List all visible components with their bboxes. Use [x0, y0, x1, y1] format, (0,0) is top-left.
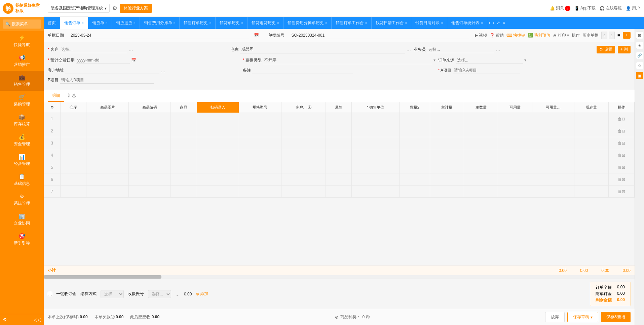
table-cell[interactable] [464, 161, 498, 173]
shortcut-button[interactable]: ⌨ 快捷键 [506, 33, 525, 38]
tab-sales-fee[interactable]: 销售费用分摊单 × [140, 17, 180, 29]
close-daily-clear-tab-icon[interactable]: × [405, 21, 407, 25]
table-cell[interactable] [430, 113, 464, 125]
table-cell[interactable] [498, 161, 532, 173]
table-cell[interactable] [574, 186, 608, 198]
tab-home[interactable]: 首页 [44, 17, 60, 29]
col-attr[interactable]: 属性 [326, 102, 352, 113]
col-settings[interactable]: ⚙ [44, 102, 61, 113]
table-cell[interactable] [281, 125, 326, 137]
table-cell[interactable] [400, 161, 430, 173]
close-sales-return-tab-icon[interactable]: × [134, 21, 136, 25]
table-cell[interactable] [128, 186, 171, 198]
delete-row-button[interactable]: 🗑 [618, 153, 622, 158]
quick-checkout-checkbox[interactable] [48, 292, 52, 296]
table-cell[interactable] [61, 125, 86, 137]
col-current[interactable]: 现存量 [574, 102, 608, 113]
table-cell[interactable] [86, 149, 129, 161]
tab-expand-button[interactable]: ⤢ [495, 21, 501, 25]
delete-row-button[interactable]: 🗑 [618, 129, 622, 133]
table-cell[interactable] [464, 113, 498, 125]
table-cell[interactable] [281, 149, 326, 161]
delete-row-button[interactable]: 🗑 [618, 177, 622, 182]
a-project-input[interactable] [453, 67, 520, 74]
table-cell[interactable] [61, 173, 86, 186]
collapse-sidebar-button[interactable]: ◁◁ [34, 317, 41, 322]
save-draft-button[interactable]: 保存草稿 ▾ [567, 312, 598, 322]
calendar-icon[interactable]: 📅 [254, 33, 259, 38]
right-scan-button[interactable]: ▣ [636, 72, 643, 79]
col-main-unit[interactable]: 主计量 [430, 102, 464, 113]
delete-row-button[interactable]: 🗑 [618, 165, 622, 170]
search-menu-button[interactable]: 🔍 搜索菜单 [3, 19, 41, 29]
table-cell[interactable] [128, 149, 171, 161]
table-cell[interactable] [61, 137, 86, 149]
online-service-button[interactable]: 🎧 在线客服 [600, 5, 622, 11]
delete-row-button[interactable]: 🗑 [618, 117, 622, 121]
delete-row-button[interactable]: 🗑 [618, 141, 622, 146]
table-cell[interactable] [352, 125, 400, 137]
history-next-button[interactable]: › [609, 32, 615, 39]
table-cell[interactable] [400, 137, 430, 149]
table-cell[interactable] [574, 113, 608, 125]
sidebar-item-purchase[interactable]: 🛒 采购管理 [0, 91, 44, 111]
col-avail2[interactable]: 可用量… [532, 102, 574, 113]
table-cell[interactable] [326, 149, 352, 161]
app-download-button[interactable]: 📱 App下载 [574, 5, 596, 11]
table-cell[interactable] [498, 137, 532, 149]
table-cell[interactable] [326, 173, 352, 186]
topbar-settings-button[interactable]: ⚙ [112, 5, 117, 11]
table-cell[interactable] [86, 137, 129, 149]
table-cell[interactable] [128, 161, 171, 173]
table-cell[interactable] [128, 137, 171, 149]
table-cell[interactable] [86, 173, 129, 186]
close-sales-invoice-tab-icon[interactable]: × [106, 21, 108, 25]
table-cell[interactable] [532, 113, 574, 125]
table-view-button[interactable]: ≡ [617, 33, 620, 38]
tab-close-all-button[interactable]: × [501, 21, 506, 25]
close-stats-tab-icon[interactable]: × [481, 21, 483, 25]
tab-summary[interactable]: 汇总 [64, 90, 80, 102]
table-cell[interactable] [239, 173, 281, 186]
table-cell[interactable] [464, 149, 498, 161]
table-cell[interactable] [239, 125, 281, 137]
table-cell[interactable] [171, 113, 197, 125]
table-cell[interactable] [171, 186, 197, 198]
sidebar-item-quick-nav[interactable]: ⚡ 快捷导航 [0, 31, 44, 51]
table-cell[interactable] [326, 161, 352, 173]
tab-reconcile[interactable]: 钱货日清对账 × [411, 17, 447, 29]
table-cell[interactable] [86, 161, 129, 173]
table-cell[interactable] [197, 137, 239, 149]
table-cell[interactable] [171, 125, 197, 137]
delete-row-button[interactable]: 🗑 [618, 189, 622, 194]
delivery-calendar-icon[interactable]: 📅 [131, 58, 136, 63]
table-cell[interactable] [61, 113, 86, 125]
table-cell[interactable] [197, 113, 239, 125]
messages-button[interactable]: 🔔 消息 9 [550, 5, 570, 11]
table-cell[interactable] [430, 149, 464, 161]
table-cell[interactable] [464, 186, 498, 198]
table-cell[interactable] [498, 113, 532, 125]
b-project-input[interactable] [60, 77, 154, 84]
table-cell[interactable] [197, 161, 239, 173]
table-cell[interactable] [326, 113, 352, 125]
table-cell[interactable] [498, 149, 532, 161]
close-history-tab-icon[interactable]: × [209, 21, 211, 25]
col-main-qty[interactable]: 主数量 [464, 102, 498, 113]
tab-workbench[interactable]: 销售订单工作台 × [332, 17, 372, 29]
table-cell[interactable] [239, 137, 281, 149]
settings-panel-button[interactable]: ⚙ 设置 [597, 46, 615, 53]
table-cell[interactable] [281, 113, 326, 125]
table-cell[interactable] [61, 161, 86, 173]
col-customer-code[interactable]: 客户… ⓘ [281, 102, 326, 113]
history-button[interactable]: 历史单据 [582, 33, 599, 38]
table-cell[interactable] [532, 137, 574, 149]
close-sales-fee-tab-icon[interactable]: × [174, 21, 176, 25]
tab-return-history[interactable]: 销货退货历史 × [248, 17, 283, 29]
table-cell[interactable] [464, 173, 498, 186]
table-cell[interactable] [400, 149, 430, 161]
sidebar-item-corp[interactable]: 🏢 企业协同 [0, 210, 44, 230]
tab-sales-invoice[interactable]: 销货单 × [88, 17, 112, 29]
delivery-date-input[interactable] [76, 57, 130, 64]
table-cell[interactable] [128, 125, 171, 137]
